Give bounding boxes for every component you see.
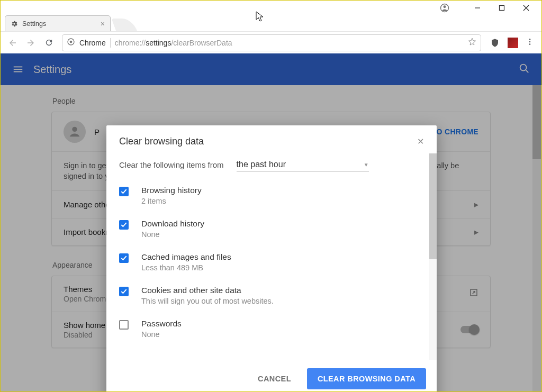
svg-point-8 — [529, 39, 531, 40]
svg-point-9 — [529, 41, 531, 42]
dialog-close-icon[interactable]: ✕ — [417, 136, 424, 147]
window-titlebar — [1, 1, 541, 15]
option-label: Browsing history — [141, 186, 202, 195]
url-text: chrome://settings/clearBrowserData — [115, 39, 232, 47]
option-label: Cookies and other site data — [141, 286, 274, 295]
divider — [110, 38, 111, 48]
address-bar[interactable]: Chrome chrome://settings/clearBrowserDat… — [62, 34, 481, 51]
time-range-dropdown[interactable]: the past hour ▼ — [237, 158, 369, 172]
option-label: Cached images and files — [141, 252, 231, 262]
svg-point-7 — [70, 40, 73, 43]
dialog-body: Clear the following items from the past … — [106, 153, 437, 360]
svg-point-1 — [444, 5, 446, 8]
chrome-page-icon — [67, 38, 75, 48]
checkbox[interactable] — [119, 187, 129, 196]
cancel-button[interactable]: CANCEL — [252, 368, 296, 389]
settings-page: Settings People P SIGN IN TO CHROME Sign… — [1, 53, 541, 392]
dialog-actions: CANCEL CLEAR BROWSING DATA — [106, 360, 437, 392]
site-label: Chrome — [79, 39, 106, 47]
checkbox[interactable] — [119, 287, 129, 296]
clear-browsing-data-button[interactable]: CLEAR BROWSING DATA — [307, 368, 426, 389]
svg-rect-3 — [500, 6, 504, 11]
time-range-label: Clear the following items from — [119, 160, 224, 169]
checkbox[interactable] — [119, 253, 129, 263]
browser-toolbar: Chrome chrome://settings/clearBrowserDat… — [1, 31, 541, 53]
dialog-scrollbar[interactable] — [429, 153, 437, 360]
tab-close-icon[interactable]: × — [101, 20, 105, 28]
option-subtext: Less than 489 MB — [141, 263, 231, 272]
extension-icon[interactable] — [508, 38, 518, 48]
bookmark-star-icon[interactable] — [468, 38, 476, 48]
checkbox[interactable] — [119, 320, 129, 330]
maximize-button[interactable] — [490, 1, 514, 15]
gear-icon — [11, 20, 18, 28]
tab-settings[interactable]: Settings × — [5, 15, 111, 31]
clear-option-row[interactable]: Cached images and filesLess than 489 MB — [119, 249, 424, 275]
checkbox[interactable] — [119, 220, 129, 230]
tab-strip: Settings × — [1, 15, 541, 31]
new-tab-button[interactable] — [112, 19, 138, 31]
chevron-down-icon: ▼ — [364, 162, 369, 168]
option-subtext: 2 items — [141, 197, 202, 205]
reload-button[interactable] — [41, 35, 57, 51]
back-button[interactable] — [5, 35, 21, 51]
browser-menu-button[interactable] — [526, 38, 534, 48]
time-range-value: the past hour — [237, 160, 286, 169]
clear-option-row[interactable]: PasswordsNone — [119, 316, 424, 342]
option-label: Download history — [141, 219, 204, 229]
svg-point-10 — [529, 43, 531, 45]
close-window-button[interactable] — [514, 1, 538, 15]
option-subtext: This will sign you out of most websites. — [141, 297, 274, 305]
clear-option-row[interactable]: Download historyNone — [119, 216, 424, 242]
minimize-button[interactable] — [465, 1, 490, 15]
option-subtext: None — [141, 330, 182, 339]
option-subtext: None — [141, 230, 204, 239]
option-label: Passwords — [141, 319, 182, 329]
clear-option-row[interactable]: Browsing history2 items — [119, 183, 424, 208]
clear-option-row[interactable]: Cookies and other site dataThis will sig… — [119, 282, 424, 308]
clear-browsing-data-dialog: Clear browsing data ✕ Clear the followin… — [106, 125, 437, 392]
dialog-title: Clear browsing data — [119, 136, 204, 147]
ublock-extension-icon[interactable] — [489, 37, 501, 49]
account-icon[interactable] — [440, 3, 449, 13]
forward-button[interactable] — [23, 35, 39, 51]
dialog-header: Clear browsing data ✕ — [106, 125, 437, 153]
tab-title: Settings — [22, 20, 101, 28]
